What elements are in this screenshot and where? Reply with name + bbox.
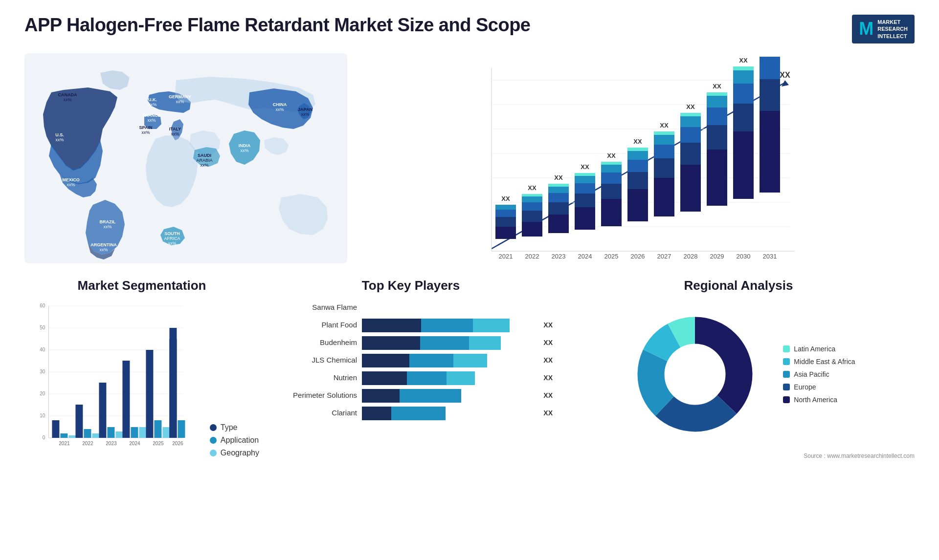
svg-rect-139	[84, 429, 91, 438]
svg-rect-90	[654, 131, 674, 135]
svg-text:U.S.: U.S.	[55, 132, 64, 137]
svg-rect-62	[548, 184, 569, 187]
svg-rect-103	[707, 96, 727, 108]
svg-rect-47	[495, 205, 516, 210]
svg-rect-102	[707, 108, 727, 125]
segmentation-legend: Type Application Geography	[210, 423, 259, 457]
svg-text:XX: XX	[528, 184, 537, 192]
svg-rect-46	[495, 210, 516, 217]
svg-text:CANADA: CANADA	[58, 92, 77, 97]
source-text: Source : www.marketresearchintellect.com	[562, 452, 915, 459]
svg-rect-59	[548, 202, 569, 215]
svg-text:xx%: xx%	[176, 99, 184, 104]
player-bar-track-clariant	[362, 407, 536, 419]
svg-rect-69	[575, 173, 595, 176]
svg-rect-96	[680, 116, 701, 127]
player-bar-track-budenheim	[362, 336, 536, 349]
svg-text:XX: XX	[660, 122, 669, 129]
svg-text:ARGENTINA: ARGENTINA	[90, 242, 117, 247]
svg-text:2026: 2026	[631, 253, 645, 260]
svg-rect-80	[627, 172, 648, 189]
bar-chart-area: XX 2021 XX 2022 XX 2023	[362, 53, 915, 263]
player-row-clariant: Clariant XX	[269, 407, 553, 419]
svg-text:xx%: xx%	[301, 112, 309, 117]
svg-text:2022: 2022	[525, 253, 539, 260]
player-row-perimeter: Perimeter Solutions XX	[269, 389, 553, 402]
player-row-plantfood: Plant Food XX	[269, 319, 553, 331]
svg-rect-148	[139, 427, 146, 438]
player-name-clariant: Clariant	[269, 409, 357, 417]
dot-asia-pacific	[783, 371, 790, 378]
svg-text:xx%: xx%	[171, 131, 179, 136]
svg-text:2025: 2025	[604, 253, 619, 260]
legend-application: Application	[210, 436, 259, 445]
svg-text:U.K.: U.K.	[148, 97, 157, 102]
svg-text:xx%: xx%	[275, 107, 284, 112]
player-name-perimeter: Perimeter Solutions	[269, 391, 357, 399]
key-players-title: Top Key Players	[269, 278, 553, 293]
svg-rect-95	[680, 127, 701, 143]
svg-text:2024: 2024	[129, 441, 140, 446]
regional-area: Regional Analysis	[562, 278, 915, 459]
svg-rect-73	[601, 184, 622, 199]
svg-text:xx%: xx%	[63, 97, 71, 102]
player-bar-track-nutrien	[362, 371, 536, 384]
svg-rect-82	[627, 151, 648, 160]
svg-rect-109	[733, 84, 754, 104]
player-bar-track-jls	[362, 354, 536, 366]
svg-text:BRAZIL: BRAZIL	[100, 219, 116, 224]
svg-rect-87	[654, 158, 674, 178]
svg-rect-54	[522, 196, 542, 202]
svg-text:SPAIN: SPAIN	[139, 125, 153, 130]
svg-rect-104	[707, 92, 727, 96]
svg-text:FRANCE: FRANCE	[142, 113, 161, 118]
svg-text:XX: XX	[554, 174, 563, 181]
map-area: CANADA xx% U.S. xx% MEXICO xx% BRAZIL xx…	[24, 53, 347, 263]
svg-text:ARABIA: ARABIA	[196, 158, 212, 163]
svg-rect-136	[68, 435, 76, 438]
svg-rect-107	[733, 131, 754, 199]
page-title: APP Halogen-Free Flame Retardant Market …	[24, 15, 531, 36]
player-row-jls: JLS Chemical XX	[269, 354, 553, 366]
legend-asia-pacific: Asia Pacific	[783, 370, 855, 378]
svg-text:2028: 2028	[684, 253, 698, 260]
player-name-budenheim: Budenheim	[269, 338, 357, 346]
svg-rect-58	[548, 215, 569, 233]
dot-north-america	[783, 396, 790, 403]
svg-text:xx%: xx%	[103, 224, 112, 229]
svg-text:XX: XX	[501, 195, 510, 202]
svg-rect-53	[522, 202, 542, 211]
svg-text:SAUDI: SAUDI	[198, 153, 211, 158]
svg-text:xx%: xx%	[168, 241, 176, 246]
svg-text:GERMANY: GERMANY	[169, 94, 191, 99]
svg-rect-88	[654, 145, 674, 158]
svg-text:2030: 2030	[737, 253, 751, 260]
svg-text:xx%: xx%	[67, 182, 75, 187]
svg-text:2025: 2025	[153, 441, 164, 446]
svg-text:XX: XX	[633, 138, 642, 145]
world-map: CANADA xx% U.S. xx% MEXICO xx% BRAZIL xx…	[24, 53, 347, 263]
svg-text:MEXICO: MEXICO	[62, 177, 80, 182]
player-row-nutrien: Nutrien XX	[269, 371, 553, 384]
svg-rect-138	[75, 405, 83, 438]
legend-mea: Middle East & Africa	[783, 358, 855, 366]
segmentation-chart: 0 10 20 30 40 50 60	[24, 301, 195, 457]
svg-text:2026: 2026	[172, 441, 183, 446]
svg-text:60: 60	[40, 303, 45, 308]
svg-text:INDIA: INDIA	[239, 143, 251, 148]
svg-rect-108	[733, 104, 754, 131]
svg-rect-61	[548, 187, 569, 193]
svg-rect-147	[131, 427, 138, 438]
svg-text:2022: 2022	[82, 441, 93, 446]
svg-text:xx%: xx%	[55, 137, 64, 142]
svg-rect-72	[601, 199, 622, 226]
svg-rect-135	[60, 433, 67, 438]
svg-rect-143	[107, 427, 114, 438]
svg-text:40: 40	[40, 347, 45, 352]
svg-rect-44	[495, 227, 516, 239]
header: APP Halogen-Free Flame Retardant Market …	[24, 15, 915, 43]
legend-dot-application	[210, 437, 217, 444]
svg-rect-150	[146, 350, 153, 438]
player-bar-track-sanwa	[362, 301, 545, 314]
player-row-sanwa: Sanwa Flame	[269, 301, 553, 314]
